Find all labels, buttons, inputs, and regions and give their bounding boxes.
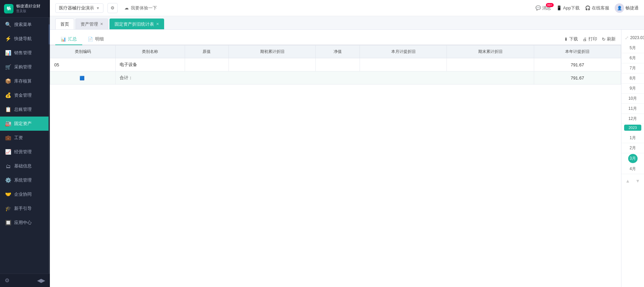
- tab-label-assets: 资产管理: [81, 21, 98, 27]
- date-panel-header: 2023.03: [630, 34, 644, 41]
- message-badge: 99+: [546, 3, 554, 7]
- experience-label: 我要体验一下: [131, 5, 157, 11]
- date-month-12月[interactable]: 12月: [621, 114, 644, 124]
- inventory-icon: 📦: [5, 78, 11, 85]
- tab-close-icon[interactable]: ✕: [156, 22, 159, 26]
- date-panel: ⤢ 2023.03 ✕ 5月6月7月8月9月10月11月12月 2023 1月2…: [621, 30, 644, 287]
- col-period-end-accum: 期末累计折旧: [447, 45, 534, 58]
- search-icon: 🔍: [5, 21, 11, 28]
- message-icon: 💬: [535, 5, 541, 10]
- sidebar-item-quicknav[interactable]: ⚡快捷导航: [0, 32, 50, 46]
- subtotal-label: 合计：: [120, 75, 133, 80]
- print-button[interactable]: 🖨 打印: [583, 36, 597, 42]
- date-prev-icon[interactable]: ▲: [624, 177, 632, 185]
- date-month-11月[interactable]: 11月: [621, 104, 644, 114]
- company-chevron-icon: ▼: [96, 6, 100, 10]
- sidebar-item-guide[interactable]: 🎓新手引导: [0, 201, 50, 216]
- sidebar-item-sales[interactable]: 📊销售管理: [0, 46, 50, 60]
- subtab-detail[interactable]: 📄 明细: [82, 34, 109, 45]
- topbar-right: 💬 消息 99+ 📱 App下载 🎧 在线客服 👤 畅捷通: [535, 3, 639, 13]
- date-section-2023: 1月2月3月4月: [621, 133, 644, 174]
- col-year-depr: 本年计提折旧: [534, 45, 621, 58]
- finance-icon: 💰: [5, 92, 11, 99]
- app-icon: 📱: [556, 5, 562, 10]
- download-label: 下载: [569, 36, 578, 42]
- date-month-9月[interactable]: 9月: [621, 84, 644, 94]
- app-download-button[interactable]: 📱 App下载: [556, 5, 580, 11]
- sidebar-label-fixed: 固定资产: [14, 121, 32, 127]
- experience-button[interactable]: ☁ 我要体验一下: [122, 4, 160, 12]
- company-selector[interactable]: 医疗器械行业演示 ▼: [55, 3, 103, 13]
- refresh-icon: ↻: [602, 37, 606, 42]
- cell-original: [185, 58, 229, 71]
- sidebar-item-basic[interactable]: 🗂基础信息: [0, 159, 50, 173]
- sidebar-item-search[interactable]: 🔍搜索菜单: [0, 18, 50, 32]
- date-month-5月[interactable]: 5月: [621, 43, 644, 53]
- subtotal-row: 🟦 合计： 791.67: [50, 71, 621, 85]
- date-month-2023-3月[interactable]: 3月: [628, 154, 638, 163]
- col-original: 原值: [185, 45, 229, 58]
- message-button[interactable]: 💬 消息 99+: [535, 5, 551, 11]
- sidebar-label-operation: 经营管理: [14, 149, 32, 155]
- date-month-2023-2月[interactable]: 2月: [621, 143, 644, 153]
- basic-icon: 🗂: [5, 163, 11, 169]
- subtabs-left: 📊 汇总 📄 明细: [55, 34, 109, 44]
- ledger-icon: 📋: [5, 106, 11, 113]
- sidebar-item-ledger[interactable]: 📋总账管理: [0, 102, 50, 117]
- detail-label: 明细: [95, 36, 104, 42]
- col-period-accum: 期初累计折旧: [229, 45, 316, 58]
- date-section-prev: 5月6月7月8月9月10月11月12月: [621, 43, 644, 124]
- online-service-button[interactable]: 🎧 在线客服: [585, 5, 609, 11]
- cell-period-end-accum: [447, 58, 534, 71]
- sidebar-label-quicknav: 快捷导航: [14, 36, 32, 42]
- tab-depreciation[interactable]: 固定资产折旧统计表✕: [110, 19, 164, 29]
- sidebar-label-finance: 资金管理: [14, 92, 32, 98]
- sidebar-item-appstore[interactable]: 🔲应用中心: [0, 216, 50, 230]
- download-button[interactable]: ⬇ 下载: [564, 36, 578, 42]
- year-2023-tag[interactable]: 2023: [624, 125, 641, 131]
- appstore-icon: 🔲: [5, 219, 11, 226]
- date-month-2023-4月[interactable]: 4月: [621, 164, 644, 174]
- sidebar-item-fixed[interactable]: 🏭固定资产: [0, 117, 50, 131]
- sidebar-item-purchase[interactable]: 🛒采购管理: [0, 60, 50, 74]
- date-month-6月[interactable]: 6月: [621, 53, 644, 63]
- logo-icon: 畅: [4, 4, 13, 13]
- depreciation-table: 类别编码 类别名称 原值 期初累计折旧 净值 本月计提折旧 期末累计折旧 本年计…: [50, 45, 621, 85]
- date-next-icon[interactable]: ▼: [634, 177, 642, 185]
- cell-month-depr: [360, 58, 447, 71]
- col-code: 类别编码: [50, 45, 116, 58]
- tab-home[interactable]: 首页: [55, 19, 74, 29]
- collapse-icon[interactable]: ◀▶: [37, 277, 45, 284]
- content-area: 📊 汇总 📄 明细 ⬇ 下载 🖨 打印: [50, 30, 644, 287]
- subtotal-label-cell: 🟦: [50, 71, 116, 85]
- print-icon: 🖨: [583, 37, 587, 42]
- subtab-summary[interactable]: 📊 汇总: [55, 34, 82, 45]
- date-month-2023-1月[interactable]: 1月: [621, 133, 644, 143]
- detail-icon: 📄: [88, 37, 93, 42]
- sidebar-item-salary[interactable]: 💼工资: [0, 131, 50, 145]
- sidebar: 畅 畅捷通好业财 普及版 🔍搜索菜单⚡快捷导航📊销售管理🛒采购管理📦库存核算💰资…: [0, 0, 50, 287]
- sidebar-item-corp[interactable]: 🤝企业协同: [0, 187, 50, 201]
- sidebar-item-system[interactable]: ⚙️系统管理: [0, 173, 50, 187]
- tab-label-depreciation: 固定资产折旧统计表: [115, 21, 154, 27]
- sidebar-item-operation[interactable]: 📈经营管理: [0, 145, 50, 159]
- purchase-icon: 🛒: [5, 64, 11, 70]
- settings-icon[interactable]: ⚙: [5, 277, 9, 284]
- sidebar-label-ledger: 总账管理: [14, 106, 32, 113]
- sidebar-nav: 🔍搜索菜单⚡快捷导航📊销售管理🛒采购管理📦库存核算💰资金管理📋总账管理🏭固定资产…: [0, 18, 50, 274]
- tab-assets[interactable]: 资产管理✕: [75, 19, 108, 29]
- tab-close-icon[interactable]: ✕: [100, 22, 103, 26]
- user-area[interactable]: 👤 畅捷通: [615, 3, 639, 13]
- refresh-button[interactable]: ↻ 刷新: [602, 36, 616, 42]
- fixed-icon: 🏭: [5, 120, 11, 127]
- date-month-8月[interactable]: 8月: [621, 73, 644, 84]
- tab-label-home: 首页: [60, 21, 69, 27]
- sidebar-item-finance[interactable]: 💰资金管理: [0, 88, 50, 102]
- date-month-10月[interactable]: 10月: [621, 94, 644, 104]
- sidebar-label-sales: 销售管理: [14, 50, 32, 56]
- panel-expand-icon[interactable]: ⤢: [623, 34, 630, 42]
- topbar-settings-button[interactable]: ⚙: [108, 3, 118, 13]
- sidebar-item-inventory[interactable]: 📦库存核算: [0, 74, 50, 88]
- date-month-7月[interactable]: 7月: [621, 63, 644, 73]
- sales-icon: 📊: [5, 50, 11, 56]
